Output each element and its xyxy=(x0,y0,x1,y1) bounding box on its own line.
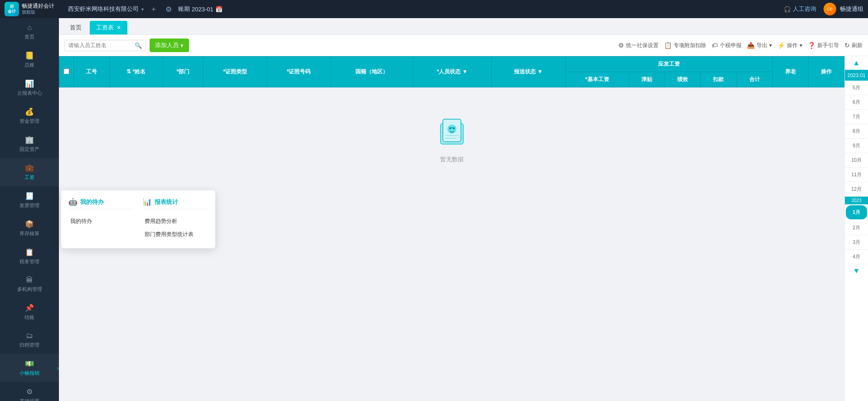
month-item-2[interactable]: 2月 xyxy=(845,221,868,235)
period-value: 2023-01 xyxy=(192,6,213,13)
trend-analysis-text: 费用趋势分析 xyxy=(145,218,177,224)
month-nav-up[interactable]: ▲ xyxy=(845,56,868,70)
report-filter-icon[interactable]: ▼ xyxy=(537,68,543,75)
col-dept: *部门 xyxy=(163,57,203,87)
tax-report-icon: 🏷 xyxy=(712,42,718,49)
new-guide-button[interactable]: ❓ 新手引导 xyxy=(808,42,839,49)
tab-home-label: 首页 xyxy=(70,24,82,31)
right-header: 🎧 人工咨询 CE 畅捷通组 xyxy=(784,3,863,15)
account-period: 账期 2023-01 📅 xyxy=(178,5,223,13)
support-button[interactable]: 🎧 人工咨询 xyxy=(784,5,816,13)
tab-close-icon[interactable]: ✕ xyxy=(116,24,121,31)
month-item-6[interactable]: 6月 xyxy=(845,95,868,110)
popup-col-todo: 🤖 我的待办 我的待办 xyxy=(68,198,134,241)
add-people-label: 添加人员 xyxy=(155,41,179,49)
company-dropdown-icon: ▾ xyxy=(141,7,144,12)
operation-button[interactable]: ⚡ 操作 ▾ xyxy=(777,42,802,49)
export-button[interactable]: 📤 导出 ▾ xyxy=(747,42,772,49)
month-item-5[interactable]: 5月 xyxy=(845,81,868,95)
sidebar-item-fund[interactable]: 💰 资金管理 xyxy=(0,102,59,130)
home-icon: ⌂ xyxy=(27,24,32,32)
year-2023-label: 2023 xyxy=(845,197,868,204)
trend-analysis-link[interactable]: 费用趋势分析 xyxy=(143,215,208,228)
social-security-button[interactable]: ⚙ 统一社保设置 xyxy=(618,42,659,49)
sidebar-item-invoice[interactable]: 🧾 发票管理 xyxy=(0,186,59,214)
sidebar-item-asset[interactable]: 🏢 固定资产 xyxy=(0,130,59,158)
sidebar-item-multi[interactable]: 🏛 多机构管理 xyxy=(0,271,59,298)
sidebar: ⌂ 首页 📒 总账 📊 云报表中心 💰 资金管理 🏢 固定资产 💼 工资 🧾 发… xyxy=(0,18,59,401)
sidebar-item-tax[interactable]: 📋 税务管理 xyxy=(0,242,59,271)
tab-bar: 首页 工资表 ✕ xyxy=(59,18,868,35)
sidebar-label-xiaochang: 小畅报销 xyxy=(19,370,39,377)
month-panel: ▲ 2023.01 5月 6月 7月 8月 9月 10月 11月 12月 202… xyxy=(844,56,868,401)
new-guide-label: 新手引导 xyxy=(817,42,839,49)
month-item-10[interactable]: 10月 xyxy=(845,153,868,168)
tax-icon: 📋 xyxy=(25,248,34,256)
new-guide-icon: ❓ xyxy=(808,42,815,49)
col-pension: 养老 xyxy=(772,57,808,87)
operation-icon: ⚡ xyxy=(777,42,785,49)
refresh-button[interactable]: ↻ 刷新 xyxy=(844,42,863,49)
dept-stats-link[interactable]: 部门费用类型统计表 xyxy=(143,228,208,241)
popup-col-stats: 📊 报表统计 费用趋势分析 部门费用类型统计表 xyxy=(143,198,208,241)
select-all-checkbox[interactable] xyxy=(63,68,69,74)
month-item-8[interactable]: 8月 xyxy=(845,124,868,139)
todo-icon: 🤖 xyxy=(68,198,78,206)
status-filter-icon[interactable]: ▼ xyxy=(462,68,468,75)
sidebar-item-xiaochang[interactable]: 💵 小畅报销 › xyxy=(0,354,59,382)
month-item-4[interactable]: 4月 xyxy=(845,250,868,264)
month-item-11[interactable]: 11月 xyxy=(845,168,868,182)
sidebar-label-salary: 工资 xyxy=(24,174,34,181)
todo-link-text: 我的待办 xyxy=(70,218,92,224)
settings-button[interactable]: ⚙ xyxy=(164,3,174,15)
sidebar-item-archive[interactable]: 🗂 归档管理 xyxy=(0,326,59,354)
month-item-12[interactable]: 12月 xyxy=(845,182,868,197)
sidebar-label-fund: 资金管理 xyxy=(19,118,39,125)
tab-home[interactable]: 首页 xyxy=(63,21,88,34)
search-input[interactable] xyxy=(68,42,132,48)
special-deduction-button[interactable]: 📋 专项附加扣除 xyxy=(664,42,706,49)
invoice-icon: 🧾 xyxy=(25,192,34,200)
month-item-7[interactable]: 7月 xyxy=(845,110,868,124)
sidebar-item-basic[interactable]: ⚙ 基础设置 xyxy=(0,382,59,401)
calendar-icon[interactable]: 📅 xyxy=(215,6,223,13)
month-nav-down[interactable]: ▼ xyxy=(845,264,868,278)
sidebar-item-ledger[interactable]: 📒 总账 xyxy=(0,46,59,74)
export-icon: 📤 xyxy=(747,42,755,49)
add-button[interactable]: ＋ xyxy=(148,3,159,16)
sidebar-label-home: 首页 xyxy=(24,34,34,40)
sidebar-item-salary[interactable]: 💼 工资 xyxy=(0,158,59,186)
sidebar-item-home[interactable]: ⌂ 首页 xyxy=(0,18,59,46)
empty-icon xyxy=(434,115,470,151)
svg-point-3 xyxy=(449,127,451,129)
stats-title: 📊 报表统计 xyxy=(143,198,208,209)
sidebar-item-inventory[interactable]: 📦 库存核算 xyxy=(0,214,59,242)
deduction-icon: 📋 xyxy=(664,42,672,49)
month-item-1[interactable]: 1月 xyxy=(846,205,867,220)
month-item-3[interactable]: 3月 xyxy=(845,235,868,250)
logo-area: 好会计 畅捷通好会计 旗舰版 xyxy=(5,2,63,16)
sidebar-item-checkout[interactable]: 📌 结账 xyxy=(0,298,59,326)
col-report-status: 报送状态 ▼ xyxy=(491,57,565,87)
tax-report-button[interactable]: 🏷 个税申报 xyxy=(712,42,742,49)
sidebar-item-report[interactable]: 📊 云报表中心 xyxy=(0,74,59,102)
sidebar-label-checkout: 结账 xyxy=(24,314,34,321)
col-bonus: 绩效 xyxy=(665,72,701,87)
tax-report-label: 个税申报 xyxy=(720,42,742,49)
header-actions: ＋ ⚙ 账期 2023-01 📅 xyxy=(148,3,223,16)
tab-salary-table[interactable]: 工资表 ✕ xyxy=(90,21,127,34)
app-name: 畅捷通好会计 xyxy=(22,3,54,9)
company-selector[interactable]: 西安虾米网络科技有限公司 ▾ xyxy=(68,5,144,13)
export-label: 导出 xyxy=(756,42,767,49)
deduction-label: 专项附加扣除 xyxy=(674,42,706,49)
refresh-icon: ↻ xyxy=(844,42,850,49)
col-name: ⇅ *姓名 xyxy=(110,57,163,87)
empty-text: 暂无数据 xyxy=(440,155,464,164)
sidebar-label-archive: 归档管理 xyxy=(19,342,39,348)
company-name: 西安虾米网络科技有限公司 xyxy=(68,5,139,13)
add-people-button[interactable]: 添加人员 ▾ xyxy=(150,39,189,52)
month-item-9[interactable]: 9月 xyxy=(845,139,868,153)
todo-link[interactable]: 我的待办 xyxy=(68,215,134,228)
search-icon[interactable]: 🔍 xyxy=(135,42,142,49)
logo-text-area: 畅捷通好会计 旗舰版 xyxy=(22,3,54,15)
